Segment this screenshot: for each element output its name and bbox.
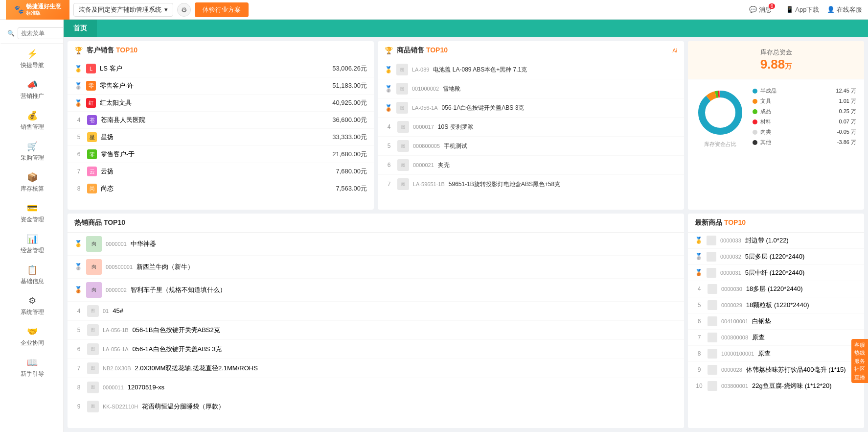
item-name: 18颗粒板 (1220*2440) (746, 301, 809, 310)
sidebar-search[interactable]: 🔍 (0, 24, 63, 44)
legend-dot (753, 109, 757, 114)
sidebar-item-purchase[interactable]: 🛒 采购管理 (0, 136, 63, 167)
item-amount: 36,600.00元 (332, 116, 367, 124)
logo-sub: 标准版 (26, 10, 61, 16)
system-selector[interactable]: 装备及固定资产辅助管理系统 ▾ (73, 3, 173, 17)
item-amount: 53,006.26元 (332, 64, 367, 73)
hot-title: 热销商品 TOP10 (74, 218, 125, 227)
item-amount: 33,333.00元 (332, 133, 367, 142)
table-row: 🥈 零 零售客户-许 51,183.00元 (68, 77, 374, 95)
item-code: 004100001 (721, 318, 748, 324)
stock-total-value: 9.88万 (696, 57, 856, 72)
legend-val: 0.07 万 (839, 118, 856, 125)
legend-dot (753, 120, 757, 124)
latest-img (708, 316, 717, 326)
sidebar: 🔍 ⚡ 快捷导航 📣 营销推广 💰 销售管理 🛒 采购管理 📦 库存核算 💳 资… (0, 20, 64, 432)
latest-img (708, 381, 717, 391)
item-info: 尚态 (101, 184, 332, 193)
table-row: 🥇 L LS 客户 53,006.26元 (68, 60, 374, 77)
rank-badge: 云 (87, 167, 97, 176)
sidebar-label-guide: 新手引导 (21, 370, 44, 378)
sidebar-item-basic[interactable]: 📋 基础信息 (0, 260, 63, 290)
item-img: 图 (87, 305, 99, 317)
medal-icon: 🥈 (74, 263, 82, 270)
legend-val: -0.05 万 (837, 128, 856, 136)
tab-home-label: 首页 (73, 24, 87, 33)
table-row: 🥈 图 001000002 雪地靴 (378, 79, 684, 98)
trial-button[interactable]: 体验行业方案 (195, 2, 249, 17)
rank-num: 6 (695, 318, 704, 325)
item-amount: 7,680.00元 (336, 167, 367, 176)
sidebar-item-stock[interactable]: 📦 库存核算 (0, 167, 63, 198)
sidebar-item-operation[interactable]: 📊 经营管理 (0, 229, 63, 260)
item-info: LA-59651-1B 59651-1B旋转投影灯电池盒ABS黑色+58克 (413, 180, 677, 189)
item-code: 003800001 (721, 383, 748, 389)
medal-icon: 🥈 (385, 85, 392, 93)
rank-num: 7 (74, 168, 83, 175)
rank-num: 9 (695, 366, 704, 373)
item-code: LA-089 (412, 67, 429, 72)
item-info: 000800005 手机测试 (413, 142, 677, 150)
sidebar-label-basic: 基础信息 (21, 277, 44, 286)
item-info: LA-056-1A 056-1A白色按键开关盖ABS 3克 (412, 104, 677, 112)
table-row: 4 图 01 45# (68, 302, 684, 321)
search-input[interactable] (18, 27, 64, 39)
sidebar-item-marketing[interactable]: 📣 营销推广 (0, 74, 63, 105)
item-code: LA-59651-1B (413, 181, 445, 187)
rank-num: 4 (695, 286, 704, 292)
rank-num: 9 (74, 403, 83, 410)
item-info: 云扬 (101, 167, 332, 176)
legend-val: 1.01 万 (839, 97, 856, 105)
item-name: 2.0X30MM双搓花轴,搓花直径2.1MM/ROHS (135, 364, 257, 373)
list-item: 🥈 0000032 5层多层 (1220*2440) (688, 249, 864, 265)
float-service[interactable]: 客服 热线 服务 社区 直播 (851, 339, 868, 384)
sidebar-item-sales[interactable]: 💰 销售管理 (0, 105, 63, 136)
basic-icon: 📋 (27, 264, 38, 275)
message-area[interactable]: 💬 消息6 (749, 5, 778, 14)
rank-badge: L (86, 64, 96, 73)
table-row: 6 图 0000021 夹壳 (378, 156, 684, 175)
sidebar-item-guide[interactable]: 📖 新手引导 (0, 352, 63, 383)
sidebar-item-system[interactable]: ⚙ 系统管理 (0, 290, 63, 321)
table-row: 5 图 000800005 手机测试 (378, 137, 684, 156)
item-img: 图 (397, 159, 409, 171)
product-sales-card: 🏆 商品销售 TOP10 Ai 🥇 图 LA-089 电池盖 LA-089 AB… (378, 41, 684, 210)
item-code: 0000032 (720, 254, 741, 260)
medal-icon: 🥇 (385, 66, 392, 73)
legend-name: 肉类 (760, 128, 834, 136)
table-row: 🥈 肉 000500001 新西兰牛肉（新牛） (68, 256, 684, 279)
item-code: 01 (103, 308, 109, 314)
sidebar-label-finance: 资金管理 (21, 216, 44, 224)
sidebar-item-coop[interactable]: 🤝 企业协同 (0, 321, 63, 352)
hot-products-header: 热销商品 TOP10 (68, 214, 684, 233)
medal-icon: 🥇 (695, 237, 703, 244)
item-name: 45# (113, 307, 123, 314)
sidebar-item-finance[interactable]: 💳 资金管理 (0, 198, 63, 229)
sidebar-item-nav[interactable]: ⚡ 快捷导航 (0, 44, 63, 74)
item-name: 星扬 (101, 133, 114, 141)
content-area: 首页 🏆 客户销售 TOP10 🥇 L LS 客户 (64, 20, 868, 432)
tab-home[interactable]: 首页 (64, 20, 97, 37)
rank-num: 5 (74, 134, 83, 141)
item-name: 云扬 (101, 168, 114, 175)
item-img: 图 (87, 401, 99, 412)
item-img: 图 (396, 102, 408, 114)
item-name: 红太阳文具 (100, 99, 132, 106)
online-service[interactable]: 👤 在线客服 (827, 5, 862, 14)
legend-name: 材料 (760, 118, 836, 125)
table-row: 4 苍 苍南县人民医院 36,600.00元 (68, 112, 374, 129)
legend-item: 肉类 -0.05 万 (753, 128, 856, 136)
gear-button[interactable]: ⚙ (177, 3, 191, 17)
table-row: 🥉 图 LA-056-1A 056-1A白色按键开关盖ABS 3克 (378, 98, 684, 118)
item-info: 0000017 10S 变刹罗浆 (413, 123, 677, 131)
item-code: 0000031 (720, 270, 741, 276)
trophy-icon: 🏆 (74, 47, 83, 54)
rank-num: 5 (385, 143, 393, 149)
app-download[interactable]: 📱 App下载 (786, 5, 819, 14)
sidebar-label-marketing: 营销推广 (21, 92, 44, 100)
ai-label: Ai (672, 48, 677, 53)
item-name: 新西兰牛肉（新牛） (137, 263, 194, 271)
item-name: 体韩荔枝味苏打饮品400毫升 (1*15) (746, 365, 846, 374)
rank-badge: 零 (86, 81, 96, 91)
coop-icon: 🤝 (27, 326, 38, 337)
